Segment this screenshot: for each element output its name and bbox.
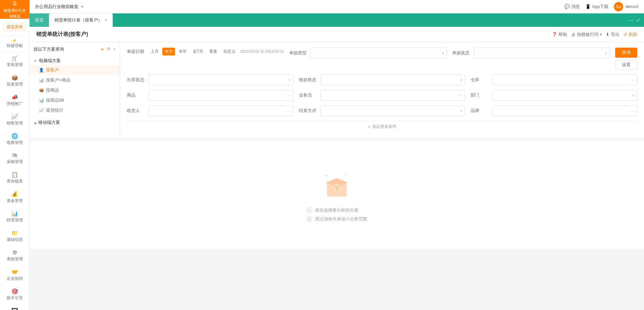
empty-state: ✦ ✦ ✦ 1 请先选择要分析的方案 2 用过滤条件来缩小分析范围 — [30, 140, 644, 249]
message-btn[interactable]: 💬 消息 — [565, 4, 580, 10]
message-icon: 💬 — [565, 4, 570, 9]
svg-point-5 — [337, 186, 338, 187]
product-input[interactable]: ··· — [148, 90, 293, 101]
query-btn[interactable]: 查询 — [615, 48, 637, 58]
pc-scheme-group[interactable]: ▼ 电脑端方案 — [30, 56, 120, 65]
settlement-input[interactable]: ▾ — [320, 105, 466, 116]
user-profile-btn[interactable]: Ea demo2 — [614, 2, 639, 11]
settings-btn[interactable]: 设置 — [615, 60, 637, 70]
svg-text:✦: ✦ — [325, 174, 328, 177]
sidebar-item-finance[interactable]: 💰 资金管理 — [0, 188, 29, 207]
salesperson-input[interactable]: ··· — [320, 90, 466, 101]
out-status-input[interactable]: ▾ — [148, 74, 293, 85]
sidebar-item-base-info[interactable]: 📁 基础信息 — [0, 226, 29, 246]
scheme-return-stats[interactable]: 📈 退货统计 — [30, 105, 120, 115]
mobile-scheme-group[interactable]: ▶ 移动端方案 — [30, 118, 120, 127]
doc-status-input[interactable]: ▾ — [474, 48, 610, 58]
tab-home[interactable]: 首页 — [30, 13, 49, 27]
scheme-by-product[interactable]: 📦 按商品 — [30, 85, 120, 95]
scheme-settings-icon[interactable]: ⚙ — [107, 46, 111, 52]
export-btn[interactable]: ⬇ 导出 — [606, 32, 620, 38]
tab-sales-stat[interactable]: 销货单统计表（按客户） ✕ — [49, 13, 113, 27]
scheme-by-customer-product[interactable]: 📊 按客户+商品 — [30, 75, 120, 85]
date-shortcuts: 上月 本月 本年 近7天 更多 自定义 2023-03-01 至 2023-03… — [148, 48, 284, 55]
doc-type-label: 单据类型 — [289, 50, 308, 56]
sidebar-item-purchase[interactable]: 🛍 采购管理 — [0, 149, 29, 168]
sidebar-nav: 🛒 零售管理 📦 批发管理 📣 营销推广 📈 销售管理 🌐 电商管理 🛍 采购管… — [0, 52, 29, 310]
filter-row-2: 出库状态 ▾ 收款状态 ▾ — [127, 74, 637, 85]
date-custom[interactable]: 自定义 — [221, 48, 238, 55]
sidebar-item-marketing[interactable]: 📣 营销推广 — [0, 91, 29, 110]
sidebar-item-app-center[interactable]: 🔲 应用中心 — [0, 304, 29, 310]
scheme-collapse-icon[interactable]: « — [113, 46, 116, 52]
print-dropdown-icon: ▾ — [600, 33, 602, 36]
settlement-label: 结算方式 — [299, 108, 318, 114]
salesperson-dots-icon: ··· — [459, 93, 463, 98]
doc-type-arrow-icon: ▾ — [442, 51, 444, 55]
sidebar-item-ecommerce[interactable]: 🌐 电商管理 — [0, 130, 29, 149]
department-filter: 部门 ▾ — [471, 90, 637, 101]
sidebar-item-operations[interactable]: 📊 经营管理 — [0, 207, 29, 226]
sales-label: 销售管理 — [7, 121, 23, 125]
inventory-icon: 📋 — [1, 171, 28, 178]
warehouse-label: 仓库 — [471, 77, 489, 83]
receiver-input[interactable]: ··· — [148, 105, 293, 116]
topbar-right: 💬 消息 📱 App下载 Ea demo2 — [565, 2, 639, 11]
by-product-99-icon: 📊 — [39, 98, 44, 103]
date-this-month[interactable]: 本月 — [162, 48, 175, 55]
sidebar-item-cooperation[interactable]: 🤝 企业协同 — [0, 265, 29, 285]
quicknav-icon: ⚡ — [12, 38, 17, 43]
settlement-filter: 结算方式 ▾ — [299, 105, 466, 116]
sidebar-item-wholesale[interactable]: 📦 批发管理 — [0, 71, 29, 91]
sidebar-quicknav-btn[interactable]: ⚡ 快捷导航 — [0, 36, 29, 52]
date-more[interactable]: 更多 — [207, 48, 220, 55]
date-last-month[interactable]: 上月 — [148, 48, 161, 55]
sidebar-item-system[interactable]: ⚙ 系统管理 — [0, 246, 29, 265]
quicknav-label: 快捷导航 — [1, 43, 28, 49]
purchase-label: 采购管理 — [7, 159, 23, 164]
date-this-year[interactable]: 本年 — [176, 48, 189, 55]
user-initials: Ea — [616, 5, 621, 9]
brand-input[interactable]: ··· — [492, 105, 637, 116]
export-icon: ⬇ — [606, 32, 609, 37]
collapse-btn[interactable]: ∧ 收起更多条件 — [127, 121, 637, 132]
page-actions: ❓ 帮助 🖨 按模板打印 ▾ ⬇ 导出 ↺ 刷新 — [552, 32, 637, 38]
collect-status-label: 收款状态 — [299, 77, 318, 83]
search-menu-btn[interactable]: 搜索菜单 — [3, 22, 26, 32]
topbar-dropdown-icon[interactable]: ▾ — [81, 4, 84, 9]
tabbar: 首页 销货单统计表（按客户） ✕ — ⤢ — [30, 13, 644, 27]
add-scheme-btn[interactable]: + — [101, 46, 104, 52]
tab-minimize-btn[interactable]: — — [629, 17, 633, 23]
doc-type-input[interactable]: ▾ — [311, 48, 447, 58]
by-customer-label: 按客户 — [46, 67, 59, 73]
scheme-by-product-99[interactable]: 📊 按商品99 — [30, 95, 120, 105]
hint-2-text: 用过滤条件来缩小分析范围 — [315, 216, 367, 222]
sidebar-item-inventory[interactable]: 📋 库存核算 — [0, 168, 29, 188]
tab-controls: — ⤢ — [629, 17, 644, 23]
department-input[interactable]: ▾ — [492, 90, 637, 101]
warehouse-input[interactable]: ··· — [492, 74, 637, 85]
help-btn[interactable]: ❓ 帮助 — [552, 32, 567, 38]
collect-status-input[interactable]: ▾ — [320, 74, 466, 85]
scheme-by-customer[interactable]: 👤 按客户 — [30, 65, 120, 75]
sidebar-item-new-guide[interactable]: 🎯 新手引导 — [0, 285, 29, 304]
refresh-btn[interactable]: ↺ 刷新 — [624, 32, 637, 38]
operations-label: 经营管理 — [7, 218, 23, 222]
app-download-btn[interactable]: 📱 App下载 — [585, 4, 608, 10]
filter-scheme-panel: 按以下方案查询 + ⚙ « ▼ 电脑端方案 👤 按客户 — [30, 42, 120, 138]
tab-expand-btn[interactable]: ⤢ — [636, 17, 640, 23]
main-area: 办公用品行业模拟账套 ▾ 💬 消息 📱 App下载 Ea demo2 首页 — [30, 0, 644, 310]
sidebar-item-sales[interactable]: 📈 销售管理 — [0, 110, 29, 130]
step-2-num: 2 — [306, 216, 312, 222]
date-7days[interactable]: 近7天 — [191, 48, 206, 55]
return-stats-label: 退货统计 — [46, 107, 63, 113]
operations-icon: 📊 — [1, 210, 28, 217]
tab-close-btn[interactable]: ✕ — [104, 18, 107, 22]
sidebar-item-retail[interactable]: 🛒 零售管理 — [0, 52, 29, 71]
collapse-icon: ∧ — [368, 124, 372, 129]
action-buttons: 查询 设置 — [615, 48, 637, 70]
print-btn[interactable]: 🖨 按模板打印 ▾ — [571, 32, 602, 38]
finance-label: 资金管理 — [7, 198, 23, 203]
cooperation-label: 企业协同 — [7, 276, 23, 281]
industry-name: 办公用品行业模拟账套 — [35, 4, 78, 10]
